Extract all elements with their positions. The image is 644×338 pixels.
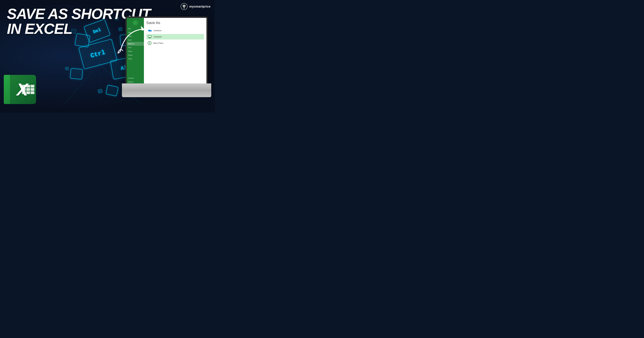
location-computer[interactable]: Computer xyxy=(146,34,204,39)
excel-grid-icon xyxy=(22,85,34,94)
grid-cell xyxy=(30,91,34,94)
add-place-label: Add a Place xyxy=(153,42,163,44)
brand-logo: mysmartprice xyxy=(181,3,210,10)
svg-marker-9 xyxy=(141,26,145,30)
grid-cell xyxy=(30,88,34,91)
grid-cell xyxy=(26,85,30,87)
grid-cell xyxy=(22,91,26,94)
save-as-title: Save As xyxy=(146,20,204,25)
excel-icon-background: X xyxy=(7,75,36,104)
excel-menu-item-close[interactable]: Close xyxy=(127,57,144,61)
svg-line-2 xyxy=(64,63,100,105)
add-place-item[interactable]: + Add a Place xyxy=(146,40,204,46)
grid-cell xyxy=(26,88,30,91)
sidebar-spacer xyxy=(127,61,144,76)
svg-line-5 xyxy=(72,63,100,86)
excel-logo: X xyxy=(7,75,36,104)
brand-name: mysmartprice xyxy=(189,5,210,8)
excel-menu-item-account[interactable]: Account xyxy=(127,76,144,80)
grid-cell xyxy=(26,91,30,94)
grid-cell xyxy=(22,88,26,91)
svg-line-8 xyxy=(100,63,117,98)
location-onedrive[interactable]: OneDrive xyxy=(146,28,204,33)
arrow-decoration xyxy=(115,24,150,55)
excel-menu-item-options[interactable]: Options xyxy=(127,80,144,84)
msp-icon xyxy=(181,3,188,10)
computer-label: Computer xyxy=(154,36,162,38)
onedrive-label: OneDrive xyxy=(154,29,162,31)
grid-cell xyxy=(22,85,26,87)
excel-save-as-panel: Save As OneDrive xyxy=(144,18,206,84)
svg-line-7 xyxy=(82,63,100,98)
laptop-base xyxy=(122,83,211,97)
svg-point-1 xyxy=(184,5,184,6)
grid-cell xyxy=(30,85,34,87)
